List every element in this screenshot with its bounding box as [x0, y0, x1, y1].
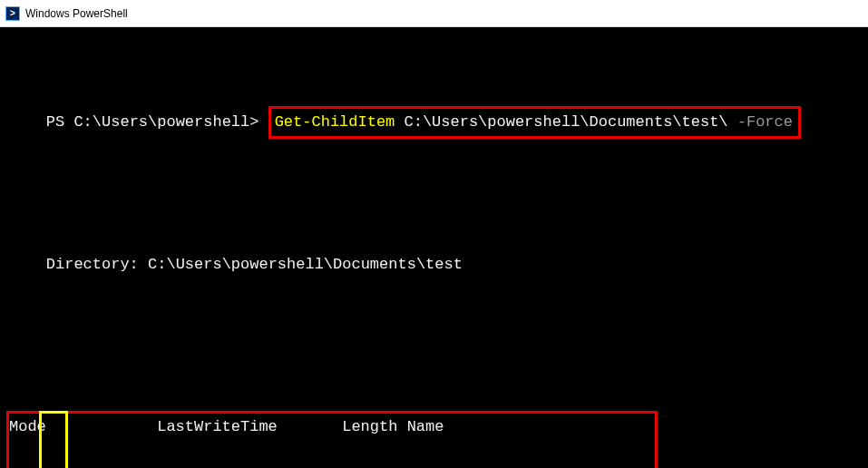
header-mode: Mode	[9, 415, 73, 439]
command-highlight-box: Get-ChildItem C:\Users\powershell\Docume…	[268, 106, 801, 139]
prompt-ps: PS	[46, 113, 64, 131]
header-row: ModeLastWriteTimeLengthName	[9, 415, 859, 439]
powershell-icon: >	[5, 6, 20, 21]
cmdlet: Get-ChildItem	[275, 113, 395, 131]
file-listing: ModeLastWriteTimeLengthName ------------…	[9, 367, 859, 468]
terminal-pane[interactable]: PS C:\Users\powershell> Get-ChildItem C:…	[0, 27, 868, 468]
window-title: Windows PowerShell	[25, 7, 128, 20]
directory-line: Directory: C:\Users\powershell\Documents…	[9, 253, 859, 277]
header-lastwritetime: LastWriteTime	[73, 415, 277, 439]
cmd-arg: C:\Users\powershell\Documents\test\	[405, 113, 728, 131]
directory-label: Directory:	[46, 256, 139, 273]
prompt-sep: >	[249, 113, 258, 131]
header-name: Name	[397, 415, 444, 439]
window-titlebar[interactable]: > Windows PowerShell	[0, 0, 868, 27]
header-length: Length	[278, 415, 398, 439]
directory-path: C:\Users\powershell\Documents\test	[148, 256, 463, 273]
cmd-param: -Force	[737, 113, 793, 131]
command-line: PS C:\Users\powershell> Get-ChildItem C:…	[9, 83, 859, 163]
prompt-path: C:\Users\powershell	[73, 113, 249, 131]
